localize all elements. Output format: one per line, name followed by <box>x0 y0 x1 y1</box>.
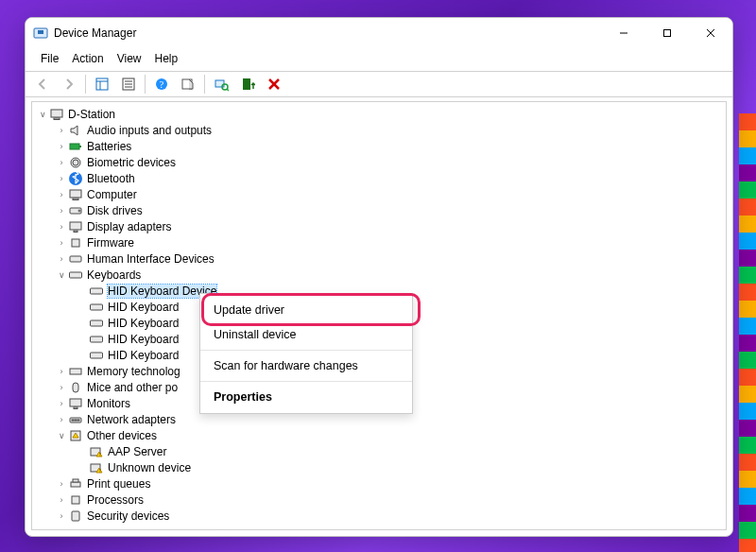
titlebar: Device Manager <box>26 18 732 48</box>
expand-icon[interactable] <box>55 158 68 167</box>
svg-rect-54 <box>72 420 74 421</box>
expand-icon[interactable] <box>55 222 68 232</box>
svg-rect-25 <box>79 146 81 147</box>
uninstall-device-button[interactable] <box>262 73 286 95</box>
menu-view[interactable]: View <box>112 50 147 67</box>
svg-rect-51 <box>70 399 81 406</box>
expand-icon[interactable] <box>55 174 68 183</box>
tree-root[interactable]: D-Station <box>34 106 726 122</box>
svg-text:!: ! <box>99 467 100 473</box>
svg-rect-6 <box>96 78 108 90</box>
context-menu: Update driver Uninstall device Scan for … <box>199 293 413 414</box>
svg-rect-48 <box>91 353 103 358</box>
ctx-uninstall-device[interactable]: Uninstall device <box>200 322 412 347</box>
svg-rect-34 <box>74 231 77 233</box>
category-display[interactable]: Display adapters <box>34 218 726 234</box>
svg-rect-40 <box>70 256 81 262</box>
security-icon <box>68 509 83 524</box>
expand-icon[interactable] <box>55 399 68 408</box>
svg-rect-30 <box>73 198 78 200</box>
properties-button[interactable] <box>116 73 141 95</box>
svg-rect-19 <box>243 78 250 90</box>
computer-icon <box>49 107 64 122</box>
svg-rect-47 <box>91 336 103 342</box>
category-security[interactable]: Security devices <box>34 508 726 524</box>
svg-text:?: ? <box>160 79 164 90</box>
scan-hardware-button[interactable] <box>209 73 233 95</box>
svg-rect-41 <box>70 272 82 278</box>
category-diskdrives[interactable]: Disk drives <box>34 202 726 218</box>
fingerprint-icon <box>68 155 83 170</box>
help-button[interactable]: ? <box>149 73 174 95</box>
category-printqueues[interactable]: Print queues <box>34 475 726 492</box>
ctx-update-driver[interactable]: Update driver <box>200 298 412 322</box>
expand-icon[interactable] <box>55 142 68 151</box>
monitor-icon <box>68 396 83 411</box>
svg-line-18 <box>227 89 229 91</box>
expand-icon[interactable] <box>55 511 68 521</box>
keyboard-icon <box>89 284 104 299</box>
mouse-icon <box>68 380 83 395</box>
svg-rect-1 <box>38 30 43 34</box>
back-button[interactable] <box>30 73 55 95</box>
category-keyboards[interactable]: Keyboards <box>34 267 726 283</box>
menu-help[interactable]: Help <box>149 50 184 67</box>
battery-icon <box>68 139 83 154</box>
expand-icon[interactable] <box>36 110 49 119</box>
svg-rect-33 <box>70 222 81 230</box>
close-button[interactable] <box>689 18 732 48</box>
toolbar: ? <box>26 71 732 97</box>
expand-icon[interactable] <box>55 415 68 424</box>
expand-icon[interactable] <box>55 479 68 489</box>
minimize-button[interactable] <box>602 18 645 48</box>
expand-icon[interactable] <box>55 254 68 264</box>
expand-icon[interactable] <box>55 270 68 280</box>
network-icon <box>68 412 83 427</box>
category-bluetooth[interactable]: Bluetooth <box>34 170 726 186</box>
expand-icon[interactable] <box>55 431 68 440</box>
expand-icon[interactable] <box>55 190 68 199</box>
keyboard-icon <box>89 316 104 331</box>
ctx-scan-hardware[interactable]: Scan for hardware changes <box>200 354 412 378</box>
expand-icon[interactable] <box>55 383 68 392</box>
menu-action[interactable]: Action <box>66 50 109 67</box>
update-driver-button[interactable] <box>235 73 260 95</box>
svg-rect-3 <box>664 30 671 37</box>
category-biometric[interactable]: Biometric devices <box>34 154 726 170</box>
svg-rect-64 <box>72 496 79 504</box>
show-hide-console-tree-button[interactable] <box>90 73 114 95</box>
category-processors[interactable]: Processors <box>34 492 726 508</box>
svg-rect-44 <box>91 288 103 294</box>
device-unknown[interactable]: !Unknown device <box>34 459 726 475</box>
svg-rect-52 <box>74 407 77 409</box>
category-firmware[interactable]: Firmware <box>34 234 726 250</box>
bluetooth-icon <box>68 171 83 186</box>
menu-file[interactable]: File <box>35 50 64 67</box>
expand-icon[interactable] <box>55 238 68 248</box>
keyboard-icon <box>89 300 104 315</box>
category-other[interactable]: Other devices <box>34 427 726 443</box>
svg-rect-62 <box>71 482 80 487</box>
category-audio[interactable]: Audio inputs and outputs <box>34 122 726 138</box>
computer-icon <box>68 187 83 202</box>
category-hid[interactable]: Human Interface Devices <box>34 250 726 267</box>
forward-button[interactable] <box>57 73 81 95</box>
maximize-button[interactable] <box>645 18 689 48</box>
ctx-properties[interactable]: Properties <box>200 385 412 409</box>
device-aap-server[interactable]: !AAP Server <box>34 443 726 459</box>
expand-icon[interactable] <box>55 206 68 216</box>
drive-icon <box>68 203 83 218</box>
svg-rect-46 <box>91 320 103 326</box>
ctx-separator <box>200 381 412 382</box>
svg-rect-35 <box>72 239 79 247</box>
svg-point-32 <box>78 210 80 212</box>
svg-rect-49 <box>70 369 81 374</box>
action-menu-button[interactable] <box>176 73 200 95</box>
category-computer[interactable]: Computer <box>34 186 726 202</box>
chip-icon <box>68 235 83 250</box>
category-batteries[interactable]: Batteries <box>34 138 726 154</box>
expand-icon[interactable] <box>55 126 68 135</box>
expand-icon[interactable] <box>55 495 68 505</box>
expand-icon[interactable] <box>55 367 68 376</box>
warning-device-icon: ! <box>89 444 104 459</box>
